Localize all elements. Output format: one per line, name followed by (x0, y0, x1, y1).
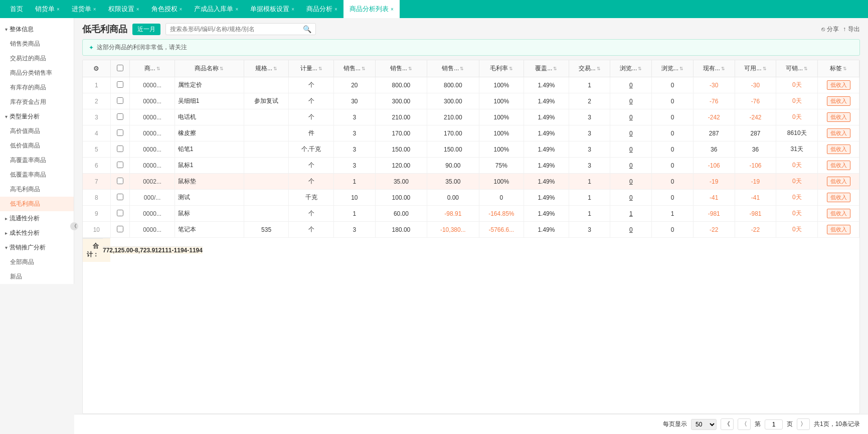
sidebar-item-category-rate[interactable]: 商品分类销售率 (0, 66, 74, 80)
col-stock[interactable]: 现有... ⇅ (693, 60, 735, 77)
col-sale-amt2[interactable]: 销售... ⇅ (427, 60, 479, 77)
cell-checkbox[interactable] (110, 222, 130, 238)
prev-page-btn[interactable]: 〈 (738, 418, 751, 430)
row-checkbox-8[interactable] (117, 210, 123, 216)
col-browse2-sort[interactable]: ⇅ (679, 66, 683, 71)
cell-checkbox[interactable] (110, 125, 130, 141)
nav-close-analysis[interactable]: × (334, 7, 337, 12)
date-filter-button[interactable]: 近一月 (132, 24, 160, 35)
col-browse1[interactable]: 浏览... ⇅ (610, 60, 652, 77)
col-salable-sort[interactable]: ⇅ (804, 66, 808, 71)
nav-sales[interactable]: 销货单× (29, 0, 66, 18)
sidebar-item-new-goods[interactable]: 新品 (0, 269, 74, 284)
sidebar-group-marketing[interactable]: ▾ 营销推广分析 (0, 240, 74, 255)
nav-close-permission[interactable]: × (136, 7, 139, 12)
col-unit[interactable]: 计量... ⇅ (289, 60, 334, 77)
sidebar-item-stock-capital[interactable]: 库存资金占用 (0, 95, 74, 109)
col-sale-amt[interactable]: 销售... ⇅ (375, 60, 427, 77)
col-code-sort[interactable]: ⇅ (156, 66, 160, 71)
nav-close-sales[interactable]: × (57, 7, 60, 12)
row-checkbox-4[interactable] (117, 146, 123, 152)
cell-checkbox[interactable] (110, 174, 130, 190)
sidebar-group-overview[interactable]: ▾ 整体信息 (0, 22, 74, 37)
col-sale-qty[interactable]: 销售... ⇅ (333, 60, 375, 77)
share-button[interactable]: ⎋ 分享 (821, 25, 839, 34)
sidebar-collapse-btn[interactable]: 《 (70, 222, 78, 230)
nav-template[interactable]: 单据模板设置× (244, 0, 300, 18)
col-checkbox-header[interactable] (110, 60, 130, 77)
sidebar-item-low-margin[interactable]: 低毛利商品 (0, 197, 74, 211)
nav-purchase[interactable]: 进货单× (66, 0, 102, 18)
sidebar-item-low-cover[interactable]: 低覆盖率商品 (0, 168, 74, 182)
page-size-select[interactable]: 50 100 (691, 419, 717, 430)
nav-role[interactable]: 角色授权× (145, 0, 189, 18)
cell-checkbox[interactable] (110, 206, 130, 222)
row-checkbox-5[interactable] (117, 162, 123, 168)
row-checkbox-0[interactable] (117, 81, 123, 88)
nav-close-purchase[interactable]: × (93, 7, 96, 12)
row-checkbox-2[interactable] (117, 113, 123, 120)
sidebar-item-high-value[interactable]: 高价值商品 (0, 124, 74, 138)
col-spec[interactable]: 规格... ⇅ (244, 60, 289, 77)
col-sale-amt-sort[interactable]: ⇅ (408, 66, 412, 71)
nav-close-analysis-list[interactable]: × (391, 7, 394, 12)
row-checkbox-6[interactable] (117, 178, 123, 184)
cell-browse1[interactable]: 0 (610, 125, 652, 141)
nav-home[interactable]: 首页 (4, 0, 29, 18)
sidebar-item-low-value[interactable]: 低价值商品 (0, 138, 74, 153)
sidebar-item-sales-goods[interactable]: 销售类商品 (0, 37, 74, 51)
settings-icon[interactable]: ⚙ (93, 65, 99, 72)
col-unit-sort[interactable]: ⇅ (318, 66, 322, 71)
col-sale-amt2-sort[interactable]: ⇅ (460, 66, 464, 71)
cell-browse1[interactable]: 0 (610, 190, 652, 206)
first-page-btn[interactable]: 《 (721, 418, 734, 430)
cell-browse1[interactable]: 0 (610, 93, 652, 109)
cell-checkbox[interactable] (110, 141, 130, 158)
sidebar-group-growth[interactable]: ▸ 成长性分析 (0, 226, 74, 240)
col-tx-count-sort[interactable]: ⇅ (597, 66, 601, 71)
cell-checkbox[interactable] (110, 158, 130, 174)
cell-browse1[interactable]: 1 (610, 206, 652, 222)
nav-close-role[interactable]: × (180, 7, 183, 12)
nav-analysis[interactable]: 商品分析× (300, 0, 343, 18)
col-salable[interactable]: 可销... ⇅ (776, 60, 818, 77)
col-code[interactable]: 商... ⇅ (130, 60, 175, 77)
sidebar-group-type[interactable]: ▾ 类型量分析 (0, 109, 74, 124)
sidebar-item-traded-goods[interactable]: 交易过的商品 (0, 51, 74, 66)
cell-checkbox[interactable] (110, 190, 130, 206)
sidebar-item-high-cover[interactable]: 高覆盖率商品 (0, 153, 74, 168)
cell-browse1[interactable]: 0 (610, 158, 652, 174)
nav-analysis-list[interactable]: 商品分析列表× (343, 0, 400, 18)
col-tx-count[interactable]: 交易... ⇅ (569, 60, 610, 77)
cell-browse1[interactable]: 0 (610, 222, 652, 238)
nav-permission[interactable]: 权限设置× (102, 0, 145, 18)
export-button[interactable]: ↑ 导出 (843, 25, 860, 34)
cell-browse1[interactable]: 0 (610, 141, 652, 158)
col-name[interactable]: 商品名称 ⇅ (175, 60, 244, 77)
col-gross-rate-sort[interactable]: ⇅ (509, 66, 513, 71)
col-browse1-sort[interactable]: ⇅ (638, 66, 642, 71)
col-available[interactable]: 可用... ⇅ (735, 60, 776, 77)
nav-close-template[interactable]: × (291, 7, 294, 12)
sidebar-item-stock-goods[interactable]: 有库存的商品 (0, 80, 74, 95)
page-number-input[interactable] (765, 419, 783, 429)
col-cover-rate[interactable]: 覆盖... ⇅ (524, 60, 569, 77)
row-checkbox-3[interactable] (117, 129, 123, 136)
col-stock-sort[interactable]: ⇅ (721, 66, 725, 71)
cell-browse1[interactable]: 0 (610, 174, 652, 190)
row-checkbox-9[interactable] (117, 226, 123, 232)
row-checkbox-7[interactable] (117, 194, 123, 200)
nav-close-product[interactable]: × (235, 7, 238, 12)
col-spec-sort[interactable]: ⇅ (273, 66, 277, 71)
cell-checkbox[interactable] (110, 77, 130, 93)
col-available-sort[interactable]: ⇅ (763, 66, 767, 71)
cell-browse1[interactable]: 0 (610, 109, 652, 125)
cell-checkbox[interactable] (110, 109, 130, 125)
col-tag-sort[interactable]: ⇅ (843, 66, 847, 71)
col-tag[interactable]: 标签 ⇅ (818, 60, 859, 77)
cell-checkbox[interactable] (110, 93, 130, 109)
row-checkbox-1[interactable] (117, 97, 123, 104)
col-cover-rate-sort[interactable]: ⇅ (553, 66, 557, 71)
search-input[interactable] (170, 26, 303, 33)
sidebar-group-circulation[interactable]: ▸ 流通性分析 (0, 211, 74, 226)
